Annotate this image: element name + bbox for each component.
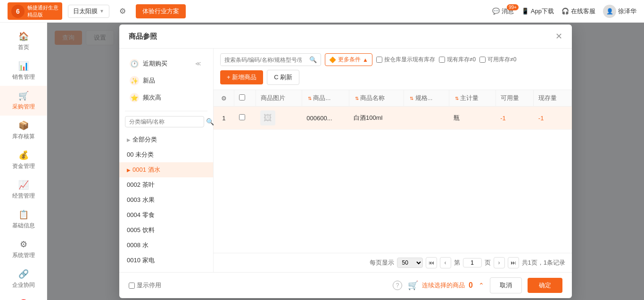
tree-0002-tea[interactable]: 0002 茶叶 — [119, 177, 213, 192]
left-nav-section: 🕐 近期购买 ≪ ✨ 新品 ⭐ 频次高 — [119, 52, 213, 109]
freq-icon: ⭐ — [130, 93, 139, 102]
help-icon[interactable]: ? — [393, 281, 402, 290]
search-toolbar: 🔍 🔶 更多条件 ▲ 按仓库显示现有库存 — [214, 49, 572, 90]
product-search-input[interactable] — [221, 54, 305, 66]
modal-close-icon[interactable]: ✕ — [555, 31, 562, 42]
modal-body: 🕐 近期购买 ≪ ✨ 新品 ⭐ 频次高 — [119, 49, 572, 272]
chevron-up-icon[interactable]: ⌃ — [479, 282, 484, 289]
modal-overlay: 商品参照 ✕ 🕐 近期购买 ≪ ✨ — [47, 23, 644, 300]
settings-gear-icon[interactable]: ⚙ — [115, 4, 130, 19]
sidebar-item-inventory[interactable]: 📦 库存核算 — [0, 116, 47, 145]
trial-button[interactable]: 体验行业方案 — [136, 4, 186, 18]
row-select-check[interactable] — [239, 114, 245, 120]
page-size-select[interactable]: 50 100 200 — [397, 258, 423, 268]
sidebar-item-guide[interactable]: 🎯 新手引导 — [0, 294, 47, 300]
show-warehouse-stock-check[interactable] — [376, 57, 382, 63]
available-stock-check[interactable] — [479, 57, 486, 63]
filter-arrow-icon: ▲ — [363, 57, 368, 63]
col-code[interactable]: ⇅ 商品... — [302, 90, 349, 107]
sidebar-item-operation[interactable]: 📈 经营管理 — [0, 175, 47, 205]
tree-0001-liquor[interactable]: ▶ 0001 酒水 — [119, 162, 213, 177]
new-product-item[interactable]: ✨ 新品 — [125, 73, 207, 88]
product-search-bar[interactable]: 🔍 — [220, 53, 321, 66]
select-all-checkbox[interactable] — [239, 94, 245, 100]
table-row[interactable]: 1 🖼 000600... 白酒100ml 瓶 -1 -1 — [214, 107, 572, 130]
company-dropdown[interactable]: 日太阳膜 ▼ — [68, 5, 109, 18]
category-search-input[interactable] — [125, 116, 204, 127]
tree-0004-snacks[interactable]: 0004 零食 — [119, 208, 213, 223]
clock-icon: 🕐 — [130, 59, 139, 68]
add-product-button[interactable]: + 新增商品 — [220, 70, 263, 84]
row-spec — [404, 107, 449, 130]
existing-stock-check[interactable] — [439, 57, 445, 63]
last-page-button[interactable]: ⏭ — [508, 257, 519, 268]
modal-header: 商品参照 ✕ — [119, 25, 572, 49]
cart-icon: 🛒 — [408, 280, 418, 291]
sidebar-item-basic[interactable]: 📋 基础信息 — [0, 205, 47, 234]
sidebar-item-enterprise[interactable]: 🔗 企业协同 — [0, 264, 47, 294]
app-download-item[interactable]: 📱 App下载 — [521, 7, 554, 16]
show-disabled-check[interactable] — [129, 283, 135, 289]
sidebar-item-purchase[interactable]: 🛒 采购管理 — [0, 86, 47, 116]
row-name: 白酒100ml — [349, 107, 404, 130]
show-warehouse-stock-checkbox[interactable]: 按仓库显示现有库存 — [376, 56, 435, 64]
sort-spec-icon: ⇅ — [410, 96, 413, 101]
col-checkbox — [234, 90, 256, 107]
row-code: 000600... — [302, 107, 349, 130]
row-num: 1 — [214, 107, 234, 130]
inventory-icon: 📦 — [18, 120, 29, 131]
tree-00-uncategorized[interactable]: 00 未分类 — [119, 147, 213, 162]
product-table-wrap: ⚙ 商品图片 ⇅ 商品... — [214, 90, 572, 253]
collapse-icon[interactable]: ≪ — [193, 59, 203, 68]
page-number-input[interactable]: 1 — [463, 258, 482, 267]
col-spec[interactable]: ⇅ 规格... — [404, 90, 449, 107]
tree-arrow-icon: ▶ — [127, 137, 131, 142]
search-bar-icon[interactable]: 🔍 — [305, 54, 321, 66]
row-image: 🖼 — [256, 107, 302, 130]
existing-stock-checkbox[interactable]: 现有库存≠0 — [439, 56, 476, 64]
headset-icon: 🎧 — [561, 8, 569, 15]
category-search-icon[interactable]: 🔍 — [206, 118, 214, 125]
next-page-button[interactable]: › — [494, 257, 505, 268]
operation-icon: 📈 — [18, 180, 29, 190]
col-stock[interactable]: 现存量 — [534, 90, 572, 107]
col-name[interactable]: ⇅ 商品名称 — [349, 90, 404, 107]
logo[interactable]: 6 畅捷通好生意 精品版 — [8, 2, 62, 20]
online-service-item[interactable]: 🎧 在线客服 — [561, 7, 595, 16]
col-available[interactable]: 可用量 — [495, 90, 534, 107]
new-icon: ✨ — [130, 76, 139, 85]
available-stock-checkbox[interactable]: 可用库存≠0 — [479, 56, 516, 64]
sidebar-item-finance[interactable]: 💰 资金管理 — [0, 145, 47, 175]
category-tree: ▶ 全部分类 00 未分类 ▶ 0001 酒水 0002 茶 — [119, 130, 213, 268]
messages-item[interactable]: 💬 消息 99+ — [492, 7, 514, 16]
tree-0010-appliances[interactable]: 0010 家电 — [119, 253, 213, 268]
more-filter-button[interactable]: 🔶 更多条件 ▲ — [325, 53, 372, 66]
sales-icon: 📊 — [18, 61, 29, 71]
sidebar-item-system[interactable]: ⚙ 系统管理 — [0, 234, 47, 264]
nav-right: 💬 消息 99+ 📱 App下载 🎧 在线客服 👤 徐泽华 — [492, 5, 636, 18]
sidebar-item-sales[interactable]: 📊 销售管理 — [0, 56, 47, 86]
row-available: -1 — [495, 107, 534, 130]
confirm-button[interactable]: 确定 — [528, 278, 562, 293]
tree-0005-drinks[interactable]: 0005 饮料 — [119, 223, 213, 238]
show-disabled-checkbox[interactable]: 显示停用 — [129, 281, 161, 290]
tree-0008-water[interactable]: 0008 水 — [119, 238, 213, 253]
cancel-button[interactable]: 取消 — [490, 277, 522, 293]
recent-purchase-label: 近期购买 — [143, 59, 167, 68]
sidebar-item-home[interactable]: 🏠 首页 — [0, 26, 47, 56]
user-item[interactable]: 👤 徐泽华 — [603, 5, 636, 18]
home-icon: 🏠 — [18, 31, 29, 42]
prev-page-button[interactable]: ‹ — [440, 257, 451, 268]
row-checkbox[interactable] — [234, 107, 256, 130]
refresh-button[interactable]: C 刷新 — [267, 70, 299, 85]
frequent-item[interactable]: ⭐ 频次高 — [125, 90, 207, 105]
sort-unit-icon: ⇅ — [455, 96, 459, 101]
first-page-button[interactable]: ⏮ — [426, 257, 437, 268]
recent-purchase-item[interactable]: 🕐 近期购买 ≪ — [125, 56, 207, 71]
cart-area: 🛒 连续选择的商品 0 — [408, 280, 473, 291]
col-unit[interactable]: ⇅ 主计量 — [449, 90, 495, 107]
tree-all-categories[interactable]: ▶ 全部分类 — [119, 132, 213, 147]
tree-0003-fruit[interactable]: 0003 水果 — [119, 192, 213, 208]
message-icon: 💬 — [492, 8, 500, 15]
cart-count: 0 — [469, 281, 473, 290]
